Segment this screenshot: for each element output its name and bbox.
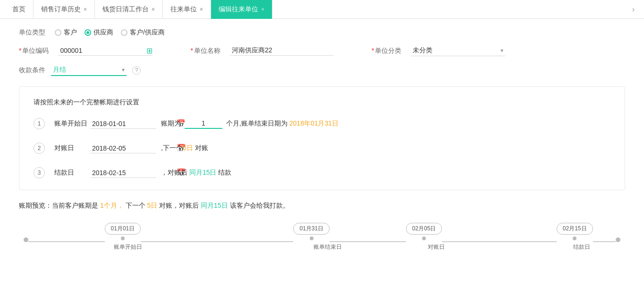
tab-bar: 首页 销售订单历史 × 钱货日清工作台 × 往来单位 × 编辑往来单位 × ›	[0, 0, 644, 19]
tl-line-4	[442, 241, 556, 242]
code-name-category-row: *单位编码 ⊞ *单位名称 *单位分类 未分类 ▾	[19, 45, 625, 56]
step-num-1: 1	[34, 118, 45, 129]
settings-box: 请按照未来的一个完整帐期进行设置 1 账单开始日 📅 账期为 个月,账单结束日期…	[19, 86, 625, 190]
radio-group-unit-type: 客户 供应商 客户/供应商	[55, 28, 165, 37]
tl-dot-right	[616, 237, 620, 242]
tab-partner-unit[interactable]: 往来单位 ×	[163, 0, 211, 19]
tl-badge-2: 01月31日	[293, 223, 330, 235]
setting-row-1: 1 账单开始日 📅 账期为 个月,账单结束日期为 2018年01月31日	[34, 118, 610, 129]
radio-both[interactable]: 客户/供应商	[121, 28, 165, 37]
code-label: *单位编码	[19, 47, 49, 55]
setting-row-3: 3 结款日 📅 ，对账后 同月15日 结款	[34, 167, 610, 178]
tl-badge-3: 02月05日	[406, 223, 442, 235]
preview-highlight2: 5日	[147, 202, 157, 209]
unit-type-row: 单位类型 客户 供应商 客户/供应商	[19, 28, 625, 37]
step-num-2: 2	[34, 143, 45, 154]
tl-dot-2	[310, 236, 314, 240]
code-input[interactable]	[58, 46, 146, 55]
radio-customer[interactable]: 客户	[55, 28, 77, 37]
main-content: 单位类型 客户 供应商 客户/供应商 *单位编码 ⊞ *单位	[0, 19, 644, 287]
preview-text: 账期预览：当前客户账期是 1个月， 下一个 5日 对账，对账后 同月15日 该客…	[19, 200, 625, 211]
payment-arrow-icon: ▾	[122, 67, 125, 73]
help-icon[interactable]: ?	[132, 66, 141, 75]
tab-sales-history-close[interactable]: ×	[84, 6, 87, 13]
tl-dot-1	[121, 236, 125, 240]
preview-highlight3: 同月15日	[201, 202, 228, 209]
category-arrow-icon: ▾	[500, 47, 503, 54]
tl-dot-4	[573, 236, 576, 240]
tl-line-2	[141, 241, 293, 242]
period-label: 账期为	[161, 119, 181, 128]
category-select[interactable]: 未分类 ▾	[411, 45, 505, 56]
timeline-container: 01月01日 01月31日 02月05日	[19, 223, 625, 251]
period-unit: 个月,账单结束日期为 2018年01月31日	[226, 119, 339, 128]
tab-partner-unit-close[interactable]: ×	[200, 6, 203, 13]
tl-label-2: 账单结束日	[314, 243, 342, 251]
name-input[interactable]	[230, 46, 334, 56]
tl-right-endpoint	[616, 237, 620, 242]
step-label-2: 对账日	[54, 144, 83, 152]
timeline: 01月01日 01月31日 02月05日	[24, 223, 620, 242]
date-input-2: 📅	[90, 144, 156, 153]
tab-edit-partner[interactable]: 编辑往来单位 ×	[211, 0, 272, 19]
tab-arrow[interactable]: ›	[627, 5, 639, 14]
tl-dot-left	[24, 237, 28, 242]
code-input-wrap: ⊞	[58, 46, 153, 56]
step-label-3: 结款日	[54, 169, 83, 177]
tl-line-3	[330, 241, 406, 242]
radio-both-circle	[121, 29, 127, 36]
tl-node-1: 01月01日	[105, 223, 141, 242]
tl-left-endpoint	[24, 237, 28, 242]
tl-badge-1: 01月01日	[105, 223, 141, 235]
radio-supplier[interactable]: 供应商	[85, 28, 113, 37]
settings-title: 请按照未来的一个完整帐期进行设置	[34, 98, 610, 107]
preview-highlight1: 1个月，	[100, 202, 124, 209]
tl-node-4: 02月15日	[557, 223, 593, 242]
tl-line-1	[28, 241, 105, 242]
date-input-1: 📅	[90, 119, 156, 129]
tab-edit-partner-close[interactable]: ×	[261, 6, 264, 13]
setting-row-2: 2 对账日 📅 ,下一个5日 对账	[34, 143, 610, 154]
tab-cash-work-close[interactable]: ×	[152, 6, 155, 13]
tl-node-3: 02月05日	[406, 223, 442, 242]
tab-home[interactable]: 首页	[5, 0, 34, 19]
period-end-date: 2018年01月31日	[289, 119, 339, 127]
radio-supplier-circle	[85, 29, 91, 36]
copy-icon[interactable]: ⊞	[146, 46, 153, 55]
tl-label-4: 结款日	[573, 243, 590, 251]
tl-dot-3	[422, 236, 426, 240]
tl-node-2: 01月31日	[293, 223, 330, 242]
category-label: *单位分类	[372, 47, 401, 55]
step-num-3: 3	[34, 167, 45, 178]
name-label: *单位名称	[190, 47, 220, 55]
timeline-labels: 账单开始日 账单结束日 对账日 结款日	[24, 243, 620, 251]
unit-type-label: 单位类型	[19, 28, 45, 37]
step-label-1: 账单开始日	[54, 119, 83, 128]
tab-cash-work[interactable]: 钱货日清工作台 ×	[95, 0, 163, 19]
radio-customer-circle	[55, 29, 61, 36]
tl-line-5	[593, 241, 616, 242]
tl-badge-4: 02月15日	[557, 223, 593, 235]
tl-label-3: 对账日	[428, 243, 445, 251]
payment-label: 收款条件	[19, 66, 45, 75]
payment-row: 收款条件 月结 ▾ ?	[19, 65, 625, 76]
tl-label-1: 账单开始日	[114, 243, 142, 251]
date-input-3: 📅	[90, 168, 156, 178]
payment-select[interactable]: 月结 ▾	[51, 65, 127, 76]
reconcile-desc: ,下一个5日 对账	[161, 144, 208, 152]
period-input[interactable]	[185, 118, 222, 129]
tab-sales-history[interactable]: 销售订单历史 ×	[34, 0, 95, 19]
payment-desc: ，对账后 同月15日 结款	[161, 169, 231, 177]
